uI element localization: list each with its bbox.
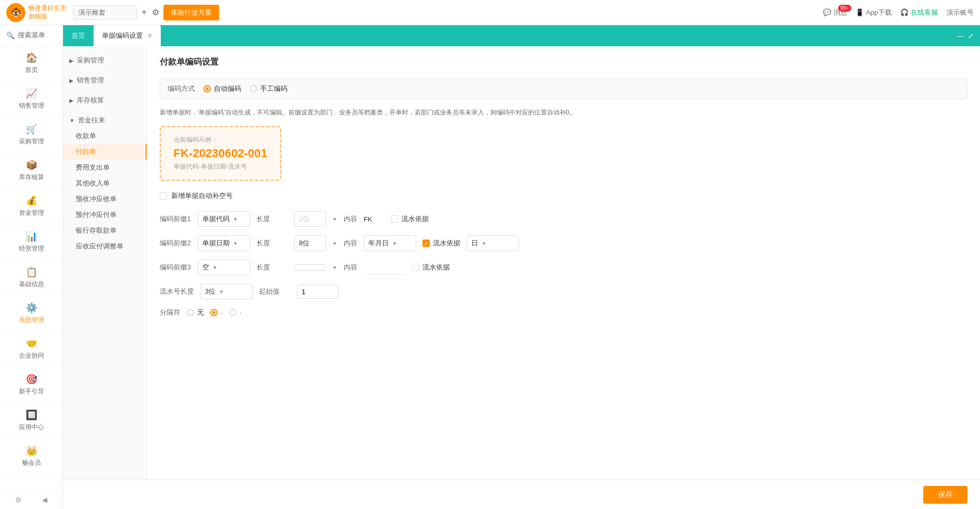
tab-minimize-icon[interactable]: — (957, 32, 964, 40)
start-value-input[interactable] (297, 285, 339, 299)
sidebar-item-enterprise[interactable]: 🤝 企业协同 (0, 331, 63, 367)
sidebar-item-guide[interactable]: 🎯 新手引导 (0, 367, 63, 403)
bottom-bar: 保存 (63, 480, 980, 509)
length2-input[interactable]: 8位 (294, 235, 326, 251)
sep-dot-circle (210, 309, 218, 316)
nav-group-stock-title[interactable]: ▶ 库存核算 (63, 92, 147, 108)
nav-item-expense[interactable]: 费用支出单 (63, 160, 147, 175)
prefix1-select[interactable]: 单据代码 ▼ (198, 211, 250, 227)
search-menu-button[interactable]: 🔍 搜索菜单 (0, 25, 63, 46)
app-icon: 📱 (855, 8, 864, 16)
nav-item-pre-receipt[interactable]: 预收冲应收单 (63, 191, 147, 207)
logo-text: 畅捷通好生意 旗舰版 (28, 4, 66, 20)
length3-input (294, 264, 326, 271)
separator-label: 分隔符 (160, 308, 180, 317)
content2-select[interactable]: 年月日 ▼ (364, 235, 416, 251)
user-avatar[interactable]: 演示账号 (946, 8, 974, 17)
search-icon: 🔍 (6, 32, 15, 39)
serial-length-select[interactable]: 3位 ▼ (200, 284, 253, 299)
content1-value: FK (364, 215, 385, 223)
nav-group-sales-title[interactable]: ▶ 销售管理 (63, 72, 147, 88)
auto-fill-checkbox[interactable] (160, 192, 167, 200)
save-button[interactable]: 保存 (923, 486, 967, 504)
length2-label: 长度 (256, 238, 288, 248)
sidebar-item-purchase[interactable]: 🛒 采购管理 (0, 117, 63, 153)
tab-home[interactable]: 首页 (63, 25, 94, 46)
nav-item-pre-payment[interactable]: 预付冲应付单 (63, 207, 147, 223)
auto-fill-label: 新增单据自动补空号 (171, 191, 233, 201)
message-button[interactable]: 💬 消息 99+ (823, 8, 847, 17)
sep-dot-radio[interactable]: · (210, 309, 223, 317)
sep-none-radio[interactable]: 无 (187, 308, 204, 317)
nav-group-capital-title[interactable]: ▼ 资金往来 (63, 112, 147, 128)
watermark3-checkbox-row[interactable]: 流水依据 (412, 263, 450, 272)
tab-close-icon[interactable]: ✕ (147, 32, 152, 39)
collapse-icon[interactable]: ◀ (42, 496, 47, 504)
watermark2-checkbox-row[interactable]: ✓ 流水依据 (422, 238, 460, 248)
sidebar-item-finance[interactable]: 💰 资金管理 (0, 189, 63, 224)
watermark3-checkbox[interactable] (412, 264, 419, 271)
nav-item-payment[interactable]: 付款单 (63, 144, 147, 160)
length1-caret: ▼ (332, 216, 337, 222)
main-layout: 🔍 搜索菜单 🏠 首页 📈 销售管理 🛒 采购管理 📦 库存核算 💰 资金管理 … (0, 25, 980, 509)
company-selector[interactable]: 演示账套 (74, 5, 137, 20)
settings-bottom-icon[interactable]: ⚙ (15, 496, 22, 504)
sidebar-item-system[interactable]: ⚙️ 系统管理 (0, 296, 63, 331)
form-row-prefix2: 编码前缀2 单据日期 ▼ 长度 8位 ▼ 内容 年月日 ▼ (160, 235, 967, 251)
start-value-label: 起始值 (259, 287, 291, 296)
sales-icon: 📈 (26, 88, 37, 99)
nav-item-receipt[interactable]: 收款单 (63, 128, 147, 144)
content1-label: 内容 (344, 214, 357, 224)
auto-fill-checkbox-row[interactable]: 新增单据自动补空号 (160, 191, 967, 201)
date-unit-caret-icon: ▼ (481, 241, 487, 246)
prefix2-label: 编码前缀2 (160, 238, 191, 248)
sidebar-item-home[interactable]: 🏠 首页 (0, 46, 63, 81)
prefix2-select[interactable]: 单据日期 ▼ (198, 235, 250, 251)
page-content: ▶ 采购管理 ▶ 销售管理 ▶ 库存核算 (63, 46, 980, 480)
app-download-button[interactable]: 📱 App下载 (855, 8, 892, 17)
nav-group-capital: ▼ 资金往来 收款单 付款单 费用支出单 其他收入单 预收冲应收单 预付冲应付单… (63, 110, 147, 256)
inventory-icon: 📦 (26, 159, 37, 171)
topbar: 🐯 畅捷通好生意 旗舰版 演示账套 ▼ ⚙ 体验行业方案 💬 消息 99+ 📱 … (0, 0, 980, 25)
watermark1-checkbox[interactable] (391, 215, 398, 223)
sidebar-item-sales[interactable]: 📈 销售管理 (0, 81, 63, 117)
radio-dot-auto (205, 87, 209, 90)
radio-circle-auto (203, 85, 211, 92)
company-chevron-icon[interactable]: ▼ (141, 8, 148, 16)
content2-caret-icon: ▼ (392, 241, 397, 246)
prefix3-select[interactable]: 空 ▼ (198, 259, 250, 275)
manual-encode-radio[interactable]: 手工编码 (250, 84, 287, 94)
online-service-button[interactable]: 🎧 在线客服 (900, 8, 938, 17)
encode-method-row: 编码方式 自动编码 手工编码 (160, 78, 967, 99)
arrow-icon: ▶ (69, 78, 74, 84)
sidebar-item-operation[interactable]: 📊 经营管理 (0, 224, 63, 260)
length1-label: 长度 (256, 214, 288, 224)
settings-icon[interactable]: ⚙ (152, 7, 159, 17)
length1-input: 2位 (294, 211, 326, 227)
watermark1-label: 流水依据 (401, 214, 429, 224)
tab-encode-settings[interactable]: 单据编码设置 ✕ (94, 25, 161, 46)
headset-icon: 🎧 (900, 8, 909, 16)
sidebar-item-member[interactable]: 👑 畅会员 (0, 439, 63, 474)
experience-button[interactable]: 体验行业方案 (163, 5, 219, 20)
sep-none-circle (187, 309, 194, 316)
arrow-icon: ▶ (69, 58, 74, 64)
sidebar: 🔍 搜索菜单 🏠 首页 📈 销售管理 🛒 采购管理 📦 库存核算 💰 资金管理 … (0, 25, 63, 509)
separator-options: 无 · · (187, 308, 241, 317)
sidebar-item-base[interactable]: 📋 基础信息 (0, 260, 63, 296)
finance-icon: 💰 (26, 195, 37, 206)
date-unit-select[interactable]: 日 ▼ (467, 235, 519, 251)
sidebar-item-inventory[interactable]: 📦 库存核算 (0, 153, 63, 189)
nav-group-purchase-title[interactable]: ▶ 采购管理 (63, 53, 147, 68)
nav-item-income[interactable]: 其他收入单 (63, 175, 147, 191)
watermark3-label: 流水依据 (422, 263, 450, 272)
inner-layout: ▶ 采购管理 ▶ 销售管理 ▶ 库存核算 (63, 46, 980, 480)
tab-expand-icon[interactable]: ⤢ (968, 32, 974, 40)
sidebar-item-appstore[interactable]: 🔲 应用中心 (0, 403, 63, 439)
auto-encode-radio[interactable]: 自动编码 (203, 84, 241, 94)
watermark1-checkbox-row[interactable]: 流水依据 (391, 214, 429, 224)
watermark2-checkbox[interactable]: ✓ (422, 240, 430, 247)
nav-item-adjust[interactable]: 应收应付调整单 (63, 238, 147, 254)
nav-item-bank[interactable]: 银行存取款单 (63, 223, 147, 238)
sep-other-radio[interactable]: · (229, 309, 242, 317)
